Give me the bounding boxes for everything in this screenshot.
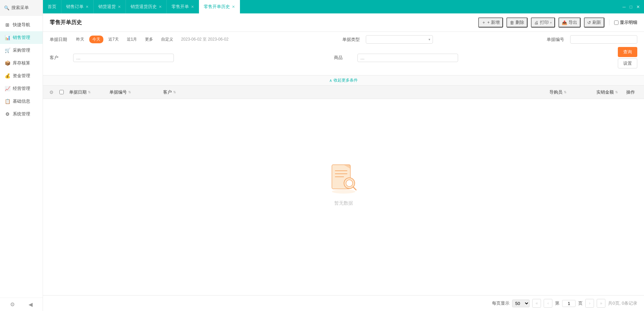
page-suffix: 页 [578,300,583,306]
table-header: ⚙ 单据日期 ⇅ 单据编号 ⇅ 客户 ⇅ 导购员 ⇅ 实销金额 ⇅ [43,86,644,99]
bill-type-select[interactable] [366,35,433,44]
nav-label-inventory: 库存核算 [13,60,30,66]
query-button[interactable]: 查询 [618,47,637,57]
date-btn-more[interactable]: 更多 [142,36,156,43]
total-info: 共0页, 0条记录 [608,300,637,306]
date-btn-today[interactable]: 今天 [89,36,103,43]
sort-salesperson-icon: ⇅ [564,90,566,94]
empty-text: 暂无数据 [334,200,353,206]
delete-button[interactable]: 🗑 删除 [506,17,528,28]
window-close[interactable]: ✕ [636,4,640,9]
date-btn-last7[interactable]: 近7天 [105,36,122,43]
tab-close-sales-return-history[interactable]: ✕ [159,5,162,9]
settings-icon[interactable]: ⚙ [10,301,15,308]
prev-page-btn[interactable]: ‹ [544,299,552,308]
th-billno[interactable]: 单据编号 ⇅ [107,89,160,95]
th-amount[interactable]: 实销金额 ⇅ [580,89,621,95]
first-page-btn[interactable]: « [532,299,541,308]
next-page-btn[interactable]: › [585,299,594,308]
bill-type-label: 单据类型 [342,37,362,43]
window-maximize[interactable]: □ [630,4,632,9]
th-salesperson[interactable]: 导购员 ⇅ [547,89,580,95]
top-nav: 首页销售订单 ✕销货退货 ✕销货退货历史 ✕零售开单 ✕零售开单历史 ✕ ─ □… [43,0,644,13]
tab-home[interactable]: 首页 [43,0,61,13]
tab-label-sales-return: 销货退货 [98,4,116,10]
print-button[interactable]: 🖨 打印 ▾ [531,17,555,28]
filter-row-1: 单据日期 昨天今天近7天近1月更多自定义 2023-06-02 至 2023-0… [50,35,637,44]
empty-state: 暂无数据 [43,99,644,295]
sidebar-item-purchase-mgmt[interactable]: 🛒采购管理 [0,44,43,57]
date-range-text: 2023-06-02 至 2023-06-02 [181,37,228,42]
collapse-btn[interactable]: ∧ 收起更多条件 [329,76,358,85]
sort-billno-icon: ⇅ [128,90,131,94]
search-icon: 🔍 [4,5,9,10]
refresh-icon: ↺ [587,20,591,25]
nav-label-sys-mgmt: 系统管理 [13,111,30,117]
tab-sales-return[interactable]: 销货退货 ✕ [94,0,126,13]
print-dropdown-icon: ▾ [550,21,552,24]
tab-close-sales-order[interactable]: ✕ [86,5,89,9]
sidebar-nav: ⊞快捷导航📊销售管理🛒采购管理📦库存核算💰资金管理📈经营管理📋基础信息⚙系统管理 [0,16,43,298]
date-btn-yesterday[interactable]: 昨天 [73,36,87,43]
tab-retail-open[interactable]: 零售开单 ✕ [167,0,199,13]
refresh-button[interactable]: ↺ 刷新 [584,17,604,28]
empty-illustration [325,161,362,195]
nav-icon-inventory: 📦 [5,60,10,66]
nav-icon-purchase-mgmt: 🛒 [5,48,10,53]
add-button[interactable]: ＋ + 新增 [478,17,503,28]
date-btn-last_month[interactable]: 近1月 [124,36,140,43]
bill-no-label: 单据编号 [547,37,567,43]
settings-button[interactable]: 设置 [618,58,637,68]
customer-input[interactable] [73,54,174,62]
nav-label-sales-mgmt: 销售管理 [13,35,30,41]
sidebar-item-quick-nav[interactable]: ⊞快捷导航 [0,18,43,31]
display-detail-checkbox[interactable] [614,20,618,25]
sidebar-item-operations[interactable]: 📈经营管理 [0,82,43,95]
select-all-checkbox-wrapper[interactable] [56,90,66,94]
per-page-select[interactable]: 10 20 50 100 [512,300,530,307]
export-button[interactable]: 📤 导出 [558,17,581,28]
bill-no-input[interactable] [570,35,637,44]
sidebar-item-inventory[interactable]: 📦库存核算 [0,57,43,69]
nav-icon-finance: 💰 [5,73,10,79]
tab-close-retail-open[interactable]: ✕ [191,5,194,9]
date-buttons: 昨天今天近7天近1月更多自定义 [73,36,176,43]
sidebar-item-finance[interactable]: 💰资金管理 [0,69,43,82]
tab-sales-order[interactable]: 销售订单 ✕ [61,0,94,13]
bill-type-select-wrapper [366,35,433,44]
main-area: 首页销售订单 ✕销货退货 ✕销货退货历史 ✕零售开单 ✕零售开单历史 ✕ ─ □… [43,0,644,311]
sort-customer-icon: ⇅ [173,90,176,94]
sidebar-item-base-info[interactable]: 📋基础信息 [0,95,43,108]
tab-label-retail-history: 零售开单历史 [204,4,230,10]
collapse-sidebar-icon[interactable]: ◀ [29,301,33,308]
per-page-label: 每页显示 [492,300,509,306]
window-minimize[interactable]: ─ [623,4,626,9]
select-all-checkbox[interactable] [59,90,64,94]
toolbar: ＋ + 新增 🗑 删除 🖨 打印 ▾ 📤 导出 ↺ 刷新 [478,17,637,28]
sort-amount-icon: ⇅ [615,90,618,94]
export-icon: 📤 [562,20,567,25]
page-label: 第 [555,300,559,306]
th-date[interactable]: 单据日期 ⇅ [66,89,107,95]
tab-close-retail-history[interactable]: ✕ [232,5,235,9]
last-page-btn[interactable]: » [597,299,605,308]
display-detail-toggle[interactable]: 显示明细 [614,19,637,25]
table-settings-icon[interactable]: ⚙ [46,90,56,95]
page-title: 零售开单历史 [50,19,82,26]
sidebar-item-sys-mgmt[interactable]: ⚙系统管理 [0,108,43,120]
tab-sales-return-history[interactable]: 销货退货历史 ✕ [126,0,167,13]
th-customer[interactable]: 客户 ⇅ [160,89,547,95]
content-header: 零售开单历史 ＋ + 新增 🗑 删除 🖨 打印 ▾ 📤 导出 ↺ 刷新 [43,13,644,32]
search-area[interactable]: 🔍 搜索采单 [0,0,43,16]
tab-close-sales-return[interactable]: ✕ [118,5,121,9]
svg-line-8 [353,187,356,190]
page-input[interactable] [562,300,576,307]
sidebar-item-sales-mgmt[interactable]: 📊销售管理 [0,31,43,44]
sidebar-footer: ⚙ ◀ [0,298,43,311]
filter-collapse-row: ∧ 收起更多条件 [43,75,644,86]
tab-retail-history[interactable]: 零售开单历史 ✕ [199,0,240,13]
product-input[interactable] [357,54,458,62]
tab-label-sales-return-history: 销货退货历史 [131,4,157,10]
add-icon: ＋ [482,19,486,25]
date-btn-custom[interactable]: 自定义 [158,36,176,43]
